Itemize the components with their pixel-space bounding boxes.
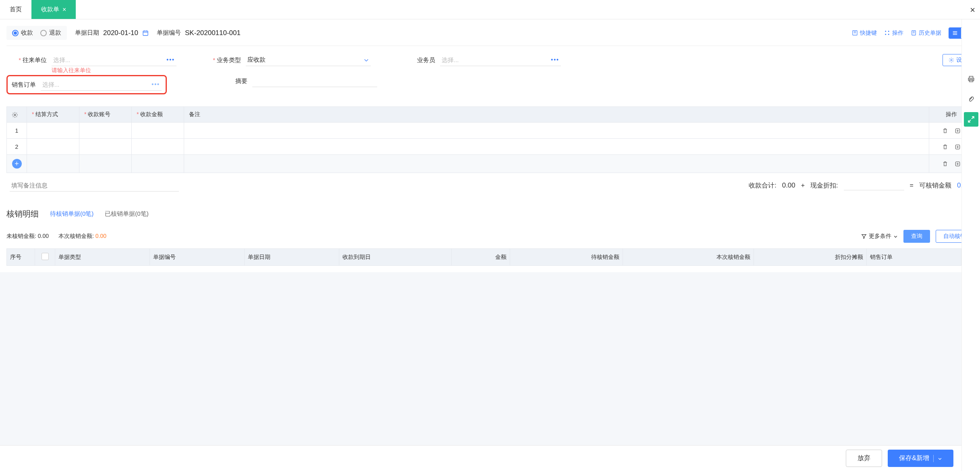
svg-point-10 (888, 34, 889, 35)
summary-field: 摘要 (207, 75, 377, 87)
summary-input[interactable] (252, 75, 377, 87)
salesperson-input[interactable] (440, 54, 561, 66)
more-icon[interactable]: ••• (152, 81, 160, 88)
tab-bar: 首页 收款单 × × (0, 0, 980, 19)
table-row[interactable]: 1 (7, 123, 974, 139)
chevron-down-icon[interactable] (363, 56, 369, 63)
doc-date-field: 单据日期 2020-01-10 (75, 29, 149, 37)
discount-label: 现金折扣: (810, 181, 838, 190)
vcol-discalloc: 折扣分摊额 (754, 249, 867, 266)
radio-refund[interactable]: 退款 (40, 29, 61, 37)
cell-account[interactable] (79, 139, 132, 155)
cell-remark[interactable] (184, 123, 929, 139)
vcol-amount: 金额 (452, 249, 510, 266)
salesperson-field: 业务员 ••• (395, 54, 561, 66)
thisverify-value: 0.00 (96, 233, 106, 239)
salesorder-highlight: 销售订单 ••• (6, 75, 167, 94)
radio-icon (12, 30, 19, 36)
col-amount-header: 收款金额 (140, 111, 163, 117)
more-icon[interactable]: ••• (166, 56, 175, 63)
doc-date-value[interactable]: 2020-01-10 (103, 29, 138, 37)
tab-done[interactable]: 已核销单据(0笔) (105, 210, 148, 218)
verify-section: 核销明细 待核销单据(0笔) 已核销单据(0笔) 未核销金额: 0.00 本次核… (6, 205, 974, 266)
insert-icon[interactable] (955, 143, 961, 150)
tab-receipt[interactable]: 收款单 × (31, 0, 76, 19)
biztype-label: 业务类型 (217, 56, 241, 63)
delete-icon[interactable] (942, 127, 948, 134)
partner-label: 往来单位 (23, 56, 47, 63)
attachment-icon[interactable] (964, 92, 978, 106)
insert-icon[interactable] (955, 127, 961, 134)
vcol-thisamt: 本次核销金额 (623, 249, 754, 266)
vcol-salesorder: 销售订单 (867, 249, 961, 266)
checkbox-icon[interactable] (42, 253, 49, 260)
shortcut-label: 快捷键 (860, 29, 877, 37)
summary-label: 摘要 (207, 77, 247, 85)
doc-no-label: 单据编号 (157, 29, 181, 37)
expand-icon[interactable] (964, 112, 978, 127)
more-cond-label: 更多条件 (869, 233, 891, 240)
insert-icon[interactable] (955, 160, 961, 167)
calendar-icon[interactable] (142, 29, 149, 37)
verify-table: 序号 单据类型 单据编号 单据日期 收款到期日 金额 待核销金额 本次核销金额 … (6, 248, 974, 266)
biztype-input[interactable] (246, 54, 371, 66)
tab-pending[interactable]: 待核销单据(0笔) (50, 210, 93, 218)
svg-point-22 (14, 114, 16, 116)
delete-icon[interactable] (942, 143, 948, 150)
add-row-button[interactable]: + (12, 159, 22, 169)
writeoff-label: 可核销金额 (919, 181, 951, 190)
partner-field: *往来单位 ••• 请输入往来单位 (6, 54, 176, 66)
table-footer-row: + (7, 155, 974, 173)
biztype-field: *业务类型 (201, 54, 371, 66)
cell-amount[interactable] (132, 139, 184, 155)
total-value: 0.00 (782, 181, 795, 190)
radio-receive[interactable]: 收款 (12, 29, 33, 37)
cell-settle[interactable] (27, 123, 79, 139)
close-all-icon[interactable]: × (970, 5, 975, 15)
tab-receipt-label: 收款单 (41, 6, 59, 13)
equals-sign: = (910, 182, 914, 189)
partner-error: 请输入往来单位 (52, 67, 91, 74)
tab-home[interactable]: 首页 (0, 0, 31, 19)
vcol-docno: 单据编号 (149, 249, 244, 266)
radio-receive-label: 收款 (21, 29, 33, 37)
gear-header[interactable] (7, 107, 27, 123)
delete-icon[interactable] (942, 160, 948, 167)
plus-sign: + (801, 182, 805, 189)
receipt-type-radio: 收款 退款 (6, 26, 67, 40)
svg-point-9 (885, 34, 886, 35)
partner-input[interactable] (52, 54, 176, 66)
row-index: 1 (7, 123, 27, 139)
close-icon[interactable]: × (62, 6, 66, 13)
verify-title: 核销明细 (6, 208, 39, 219)
shortcut-link[interactable]: 快捷键 (852, 29, 877, 37)
cell-settle[interactable] (27, 139, 79, 155)
thisverify-label: 本次核销金额: (58, 233, 94, 239)
operations-link[interactable]: 操作 (884, 29, 903, 37)
history-link[interactable]: 历史单据 (911, 29, 941, 37)
more-conditions[interactable]: 更多条件 (861, 233, 898, 240)
thisverify-field: 本次核销金额: 0.00 (58, 233, 106, 240)
summary-bar: 收款合计: 0.00 + 现金折扣: = 可核销金额 0.00 (6, 173, 974, 198)
print-icon[interactable] (964, 72, 978, 86)
remark-input[interactable] (10, 179, 179, 192)
salesorder-input[interactable] (41, 79, 162, 91)
unverified-label: 未核销金额: (6, 233, 36, 239)
radio-refund-label: 退款 (49, 29, 61, 37)
doc-date-label: 单据日期 (75, 29, 99, 37)
table-row[interactable]: 2 (7, 139, 974, 155)
more-icon[interactable]: ••• (551, 56, 559, 63)
cell-account[interactable] (79, 123, 132, 139)
discount-input[interactable] (844, 181, 904, 190)
svg-rect-0 (143, 31, 148, 35)
view-list-icon[interactable] (949, 28, 961, 38)
cell-remark[interactable] (184, 139, 929, 155)
vcol-pending: 待核销金额 (510, 249, 623, 266)
col-settle-header: 结算方式 (35, 111, 58, 117)
vcol-check[interactable] (35, 249, 55, 266)
cell-amount[interactable] (132, 123, 184, 139)
unverified-field: 未核销金额: 0.00 (6, 233, 49, 240)
query-button[interactable]: 查询 (903, 230, 930, 243)
vcol-doctype: 单据类型 (55, 249, 150, 266)
topbar: 收款 退款 单据日期 2020-01-10 单据编号 SK-20200110-0… (6, 26, 974, 46)
